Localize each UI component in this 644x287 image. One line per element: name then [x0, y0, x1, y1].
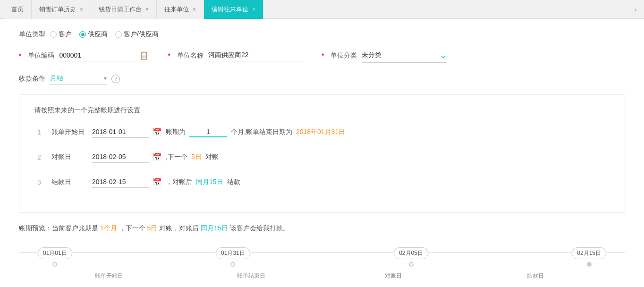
- tab-sales-history-close[interactable]: ×: [80, 6, 83, 13]
- unit-type-row: 单位类型 客户 供应商 客户/供应商: [19, 30, 625, 39]
- settings-title: 请按照未来的一个完整帐期进行设置: [34, 106, 610, 115]
- payment-desc-highlight: 同月15日: [196, 178, 223, 186]
- timeline-container: 01月01日 01月31日 02月05日 02月15日 账单开始日 账单结束日: [19, 247, 625, 280]
- tab-cash-workbench-close[interactable]: ×: [145, 6, 149, 13]
- start-date-calendar-icon[interactable]: 📅: [153, 127, 162, 136]
- preview-prefix: 账期预览：当前客户账期是: [19, 224, 98, 232]
- setting-value-1: 📅 账期为 个月,账单结束日期为 2018年01月31日: [92, 126, 345, 138]
- payment-date-calendar-icon[interactable]: 📅: [153, 177, 162, 186]
- timeline-date-2: 02月05日: [394, 247, 428, 259]
- setting-number-2: 2: [34, 153, 44, 161]
- period-unit: 个月,账单结束日期为: [231, 128, 292, 136]
- settings-section: 请按照未来的一个完整帐期进行设置 1 账单开始日 📅 账期为 个月,账单结束日期…: [19, 94, 625, 213]
- tab-scroll-arrow[interactable]: ›: [631, 6, 640, 13]
- timeline-dot-3: [587, 262, 592, 267]
- timeline-dot-2: [409, 262, 414, 267]
- radio-supplier-label: 供应商: [88, 30, 108, 39]
- period-label: 账期为: [166, 128, 186, 136]
- start-date-input[interactable]: [92, 126, 149, 138]
- tab-partners-close[interactable]: ×: [193, 6, 196, 13]
- reconcile-date-calendar-icon[interactable]: 📅: [153, 152, 162, 161]
- timeline: 01月01日 01月31日 02月05日 02月15日: [28, 247, 616, 267]
- payment-terms-value: 月结: [50, 74, 102, 83]
- preview-part2: 5日: [147, 224, 157, 232]
- payment-terms-group: 收款条件 月结 ▾ ?: [19, 72, 120, 85]
- tabs-bar: 首页 销售订单历史 × 钱货日清工作台 × 往来单位 × 编辑往来单位 × ›: [0, 0, 644, 19]
- reconcile-desc-suffix: 对账: [205, 153, 219, 161]
- timeline-label-2: 对账日: [322, 271, 464, 280]
- payment-terms-help-icon[interactable]: ?: [111, 75, 120, 83]
- reconcile-date-input[interactable]: [92, 151, 149, 163]
- radio-customer-supplier-label: 客户/供应商: [124, 30, 159, 39]
- unit-category-group: * 单位分类 未分类 ⌄: [322, 48, 447, 63]
- setting-row-2: 2 对账日 📅 ,下一个 5日 对账: [34, 151, 610, 163]
- radio-customer-supplier-circle: [115, 31, 122, 38]
- tab-partners-label: 往来单位: [164, 5, 189, 14]
- timeline-dot-1: [230, 262, 235, 267]
- setting-name-3: 结款日: [51, 178, 85, 186]
- timeline-label-1: 账单结束日: [180, 271, 322, 280]
- timeline-point-3: 02月15日: [572, 247, 606, 267]
- unit-category-dropdown[interactable]: 未分类 ⌄: [362, 48, 447, 63]
- setting-number-3: 3: [34, 178, 44, 186]
- unit-code-star: *: [19, 52, 21, 59]
- unit-type-label: 单位类型: [19, 30, 45, 39]
- timeline-labels: 账单开始日 账单结束日 对账日 结款日: [28, 271, 616, 280]
- radio-customer-circle: [50, 31, 57, 38]
- setting-row-3: 3 结款日 📅 ，对账后 同月15日 结款: [34, 176, 610, 188]
- unit-name-input[interactable]: [208, 50, 303, 61]
- radio-customer-label: 客户: [59, 30, 72, 39]
- preview-part1: 1个月: [100, 224, 117, 232]
- payment-date-input[interactable]: [92, 176, 149, 188]
- preview-part2-suffix: 对账，对账后: [159, 224, 199, 232]
- tab-sales-history-label: 销售订单历史: [39, 5, 76, 14]
- unit-name-group: * 单位名称: [168, 50, 302, 61]
- timeline-label-0: 账单开始日: [38, 271, 180, 280]
- tab-home-label: 首页: [11, 5, 24, 14]
- tab-cash-workbench[interactable]: 钱货日清工作台 ×: [91, 0, 157, 19]
- reconcile-desc-highlight: 5日: [191, 153, 202, 161]
- preview-part3: 同月15日: [201, 224, 228, 232]
- unit-info-row: * 单位编码 📋 * 单位名称 * 单位分类 未分类 ⌄: [19, 48, 625, 63]
- unit-code-group: * 单位编码 📋: [19, 50, 149, 61]
- payment-terms-row: 收款条件 月结 ▾ ?: [19, 72, 625, 85]
- setting-name-2: 对账日: [51, 153, 85, 161]
- payment-terms-dropdown[interactable]: 月结 ▾: [50, 72, 107, 85]
- radio-customer[interactable]: 客户: [50, 30, 72, 39]
- tab-edit-partner-close[interactable]: ×: [252, 6, 255, 13]
- reconcile-desc-prefix: ,下一个: [166, 153, 187, 161]
- payment-desc-suffix: 结款: [227, 178, 240, 186]
- payment-terms-arrow-icon: ▾: [104, 75, 107, 82]
- timeline-date-1: 01月31日: [216, 247, 250, 259]
- period-value-input[interactable]: [189, 127, 227, 137]
- tab-edit-partner-label: 编辑往来单位: [212, 5, 248, 14]
- unit-code-icon[interactable]: 📋: [139, 51, 149, 60]
- tab-cash-workbench-label: 钱货日清工作台: [99, 5, 142, 14]
- setting-row-1: 1 账单开始日 📅 账期为 个月,账单结束日期为 2018年01月31日: [34, 126, 610, 138]
- tab-partners[interactable]: 往来单位 ×: [157, 0, 204, 19]
- radio-supplier[interactable]: 供应商: [79, 30, 108, 39]
- unit-category-label: 单位分类: [330, 51, 357, 60]
- setting-name-1: 账单开始日: [51, 128, 85, 136]
- preview-text: 账期预览：当前客户账期是 1个月 ，下一个 5日 对账，对账后 同月15日 该客…: [19, 222, 625, 234]
- timeline-point-1: 01月31日: [216, 247, 250, 267]
- setting-number-1: 1: [34, 128, 44, 136]
- setting-value-2: 📅 ,下一个 5日 对账: [92, 151, 219, 163]
- preview-part1-suffix: ，下一个: [119, 224, 145, 232]
- main-content: 单位类型 客户 供应商 客户/供应商 * 单位编码: [0, 19, 644, 287]
- tab-edit-partner[interactable]: 编辑往来单位 ×: [204, 0, 263, 19]
- radio-customer-supplier[interactable]: 客户/供应商: [115, 30, 159, 39]
- unit-category-arrow-icon: ⌄: [440, 50, 447, 60]
- unit-name-label: 单位名称: [177, 51, 203, 60]
- unit-name-star: *: [168, 52, 170, 59]
- tab-sales-history[interactable]: 销售订单历史 ×: [32, 0, 91, 19]
- payment-desc-prefix: ，对账后: [166, 178, 192, 186]
- timeline-label-3: 结款日: [464, 271, 606, 280]
- payment-terms-label: 收款条件: [19, 75, 45, 83]
- unit-type-group: 单位类型 客户 供应商 客户/供应商: [19, 30, 159, 39]
- tab-home[interactable]: 首页: [4, 0, 32, 19]
- unit-category-star: *: [322, 52, 324, 59]
- unit-code-input[interactable]: [59, 50, 135, 61]
- period-end-date: 2018年01月31日: [296, 128, 345, 136]
- timeline-dot-0: [52, 262, 57, 267]
